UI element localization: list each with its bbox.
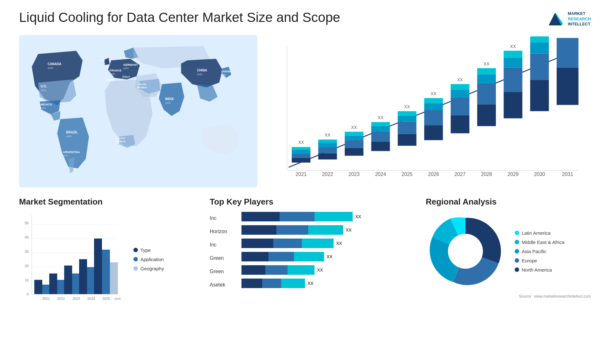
svg-text:2031: 2031 <box>562 172 573 177</box>
svg-rect-94 <box>530 80 549 111</box>
player-bar-row-1: XX <box>241 225 419 235</box>
svg-text:2029: 2029 <box>507 172 518 177</box>
svg-text:xx%: xx% <box>48 66 53 70</box>
svg-text:50: 50 <box>25 221 29 225</box>
svg-text:xx%: xx% <box>123 67 129 70</box>
svg-rect-99 <box>557 68 579 105</box>
legend-dot-app <box>133 257 138 261</box>
svg-rect-46 <box>318 153 337 159</box>
svg-rect-84 <box>477 74 496 83</box>
svg-text:SPAIN: SPAIN <box>105 78 114 82</box>
svg-rect-122 <box>72 273 80 294</box>
world-map-svg: CANADA xx% U.S. xx% MEXICO xx% BRAZIL xx… <box>19 35 257 187</box>
svg-text:XX: XX <box>457 78 463 82</box>
seg-legend: Type Application Geography <box>133 212 164 307</box>
svg-rect-43 <box>292 147 310 150</box>
player-bar-row-2: XX <box>241 238 419 248</box>
svg-text:XX: XX <box>298 140 304 145</box>
svg-rect-116 <box>42 285 50 294</box>
legend-label-apac: Asia Pacific <box>522 249 546 254</box>
svg-rect-49 <box>318 139 337 143</box>
svg-rect-85 <box>477 68 496 75</box>
svg-text:AFRICA: AFRICA <box>116 140 125 143</box>
svg-rect-97 <box>530 37 549 43</box>
svg-text:2024: 2024 <box>375 172 386 177</box>
svg-text:ARABIA: ARABIA <box>137 86 147 89</box>
svg-rect-90 <box>504 57 522 67</box>
svg-rect-127 <box>94 239 102 294</box>
player-bar-row-0: XX <box>241 212 419 222</box>
players-list: Inc Horizon Inc Green Green Asetek <box>210 212 419 290</box>
svg-rect-54 <box>345 136 363 140</box>
svg-text:CHINA: CHINA <box>197 69 207 72</box>
header: Liquid Cooling for Data Center Market Si… <box>19 10 591 29</box>
svg-rect-42 <box>292 150 310 153</box>
chart-section: 2021 XX 2022 XX 2023 XX <box>264 35 591 187</box>
player-bar-label-5: XX <box>308 281 314 286</box>
key-players-section: Top Key Players Inc Horizon Inc Green Gr… <box>210 197 419 330</box>
svg-text:2024: 2024 <box>87 297 95 300</box>
svg-text:XX: XX <box>351 125 357 130</box>
legend-dot-geo <box>133 266 138 271</box>
svg-rect-95 <box>530 54 549 80</box>
svg-rect-67 <box>398 111 417 116</box>
legend-dot-europe <box>515 258 519 263</box>
legend-label-na: North America <box>522 267 552 273</box>
player-bar-row-3: XX <box>241 252 419 262</box>
svg-text:xx%: xx% <box>110 72 115 76</box>
legend-dot-na <box>515 267 519 272</box>
player-names: Inc Horizon Inc Green Green Asetek <box>210 212 235 290</box>
svg-rect-77 <box>451 98 470 115</box>
svg-text:40: 40 <box>25 235 29 239</box>
svg-rect-76 <box>451 115 470 133</box>
svg-rect-70 <box>424 125 443 140</box>
page-container: Liquid Cooling for Data Center Market Si… <box>0 0 610 364</box>
legend-item-geo: Geography <box>133 266 164 271</box>
svg-text:xx%: xx% <box>138 89 144 92</box>
svg-text:30: 30 <box>25 250 29 253</box>
key-players-title: Top Key Players <box>210 197 419 207</box>
svg-text:2027: 2027 <box>455 172 466 177</box>
svg-text:BRAZIL: BRAZIL <box>66 131 78 134</box>
svg-rect-124 <box>79 259 87 294</box>
legend-item-latin: Latin America <box>515 230 564 236</box>
legend-label-europe: Europe <box>522 258 537 263</box>
svg-text:2026: 2026 <box>428 172 439 177</box>
svg-text:2022: 2022 <box>322 172 333 177</box>
svg-text:XX: XX <box>404 104 410 109</box>
regional-title: Regional Analysis <box>426 197 591 207</box>
svg-rect-72 <box>424 103 443 110</box>
svg-rect-91 <box>504 51 522 58</box>
page-title: Liquid Cooling for Data Center Market Si… <box>19 10 340 25</box>
svg-text:XX: XX <box>484 62 489 66</box>
legend-item-na: North America <box>515 267 564 273</box>
player-bar-label-3: XX <box>327 254 333 259</box>
svg-rect-125 <box>87 267 95 294</box>
svg-text:2025: 2025 <box>102 297 110 300</box>
svg-rect-48 <box>318 143 337 147</box>
player-name-4: Green <box>210 266 235 277</box>
top-section: CANADA xx% U.S. xx% MEXICO xx% BRAZIL xx… <box>19 35 591 187</box>
player-bar-5 <box>241 279 305 288</box>
legend-dot-apac <box>515 249 519 253</box>
svg-rect-59 <box>371 131 390 142</box>
svg-text:2028: 2028 <box>481 172 492 177</box>
legend-item-europe: Europe <box>515 258 564 263</box>
seg-chart-svg: 0 10 20 30 40 50 <box>19 212 127 307</box>
svg-rect-79 <box>451 84 470 90</box>
svg-text:2021: 2021 <box>42 297 50 300</box>
legend-item-apac: Asia Pacific <box>515 249 564 254</box>
svg-text:CANADA: CANADA <box>48 62 61 66</box>
svg-rect-89 <box>504 68 522 92</box>
svg-rect-83 <box>477 83 496 104</box>
svg-rect-96 <box>530 42 549 53</box>
svg-rect-64 <box>398 134 417 146</box>
player-bar-row-5: XX <box>241 278 419 288</box>
regional-section: Regional Analysis <box>426 197 591 330</box>
svg-rect-118 <box>49 273 57 294</box>
svg-rect-47 <box>318 147 337 153</box>
svg-text:XX: XX <box>325 133 330 138</box>
svg-rect-82 <box>477 104 496 126</box>
svg-rect-52 <box>345 148 363 156</box>
player-bar-0 <box>241 212 353 221</box>
